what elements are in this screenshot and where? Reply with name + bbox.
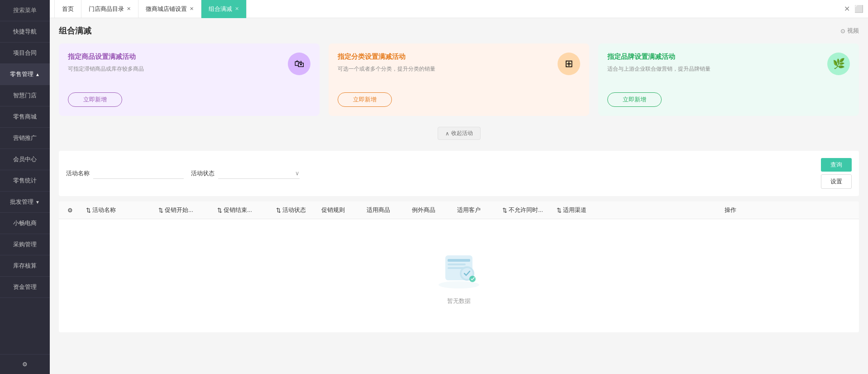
table-header: ⚙ ⇅ 活动名称 ⇅ 促销开始... ⇅ 促销结束... ⇅ 活动状态 [59, 201, 859, 219]
setting-button[interactable]: 设置 [821, 174, 852, 189]
sidebar-item-label: 资金管理 [13, 283, 37, 291]
video-link-label: 视频 [847, 27, 859, 35]
tab-combo-discount-close[interactable]: ✕ [235, 6, 239, 12]
sidebar-item-inventory[interactable]: 库存核算 [0, 255, 50, 277]
th-channel[interactable]: ⇅ 适用渠道 [552, 206, 602, 214]
search-bar: 活动名称 活动状态 ∨ 查询 设置 [59, 151, 859, 196]
sidebar-item-label: 小畅电商 [13, 219, 37, 227]
sidebar-search[interactable]: 搜索菜单 [0, 0, 50, 21]
product-card-icon: 🛍 [288, 53, 310, 75]
tab-store-catalog[interactable]: 门店商品目录 ✕ [81, 0, 138, 18]
product-card-title: 指定商品设置满减活动 [68, 53, 310, 61]
th-customer: 适用客户 [453, 206, 498, 214]
restore-window-icon[interactable]: ⬜ [854, 5, 863, 13]
sidebar-item-retail-mall[interactable]: 零售商城 [0, 106, 50, 128]
th-nodupe[interactable]: ⇅ 不允许同时... [498, 206, 552, 214]
brand-card-desc: 适合与上游企业联合做营销，提升品牌销量 [607, 65, 850, 73]
status-label: 活动状态 [191, 169, 215, 177]
status-search-field: 活动状态 ∨ [191, 168, 300, 179]
gear-icon: ⚙ [22, 361, 28, 368]
th-rule: 促销规则 [317, 206, 362, 214]
product-card-add-button[interactable]: 立即新增 [68, 92, 122, 107]
sidebar-item-label: 零售管理 [10, 70, 33, 78]
name-input[interactable] [93, 168, 184, 179]
brand-card-title: 指定品牌设置满减活动 [607, 53, 850, 61]
sidebar-item-ecommerce[interactable]: 小畅电商 [0, 213, 50, 234]
svg-rect-3 [448, 264, 466, 265]
th-goods: 适用商品 [362, 206, 407, 214]
sort-icon: ⇅ [158, 207, 163, 214]
search-actions: 查询 设置 [821, 158, 852, 189]
main-content: 首页 门店商品目录 ✕ 微商城店铺设置 ✕ 组合满减 ✕ ✕ ⬜ 组合满减 ⊙ … [50, 0, 868, 374]
tab-bar: 首页 门店商品目录 ✕ 微商城店铺设置 ✕ 组合满减 ✕ ✕ ⬜ [50, 0, 868, 18]
sidebar-item-marketing[interactable]: 营销推广 [0, 128, 50, 149]
sidebar-item-label: 零售商城 [13, 113, 37, 121]
category-activity-card: ⊞ 指定分类设置满减活动 可选一个或者多个分类，提升分类的销量 立即新增 [329, 43, 589, 116]
sidebar-item-retail[interactable]: 零售管理 ▲ [0, 64, 50, 85]
tab-store-catalog-close[interactable]: ✕ [127, 6, 131, 12]
leaf-icon: 🌿 [833, 58, 845, 70]
chevron-up-icon: ▲ [35, 72, 40, 77]
sidebar-item-member[interactable]: 会员中心 [0, 149, 50, 170]
page-title: 组合满减 [59, 25, 91, 36]
sidebar-item-label: 库存核算 [13, 262, 37, 270]
svg-point-0 [439, 281, 479, 288]
th-gear[interactable]: ⚙ [59, 207, 81, 214]
sidebar-item-quicknav[interactable]: 快捷导航 [0, 21, 50, 43]
tab-home-label: 首页 [62, 5, 74, 13]
play-circle-icon: ⊙ [840, 28, 845, 34]
tab-combo-discount[interactable]: 组合满减 ✕ [201, 0, 247, 18]
sidebar-item-purchase[interactable]: 采购管理 [0, 234, 50, 255]
tab-combo-discount-label: 组合满减 [209, 5, 232, 13]
tab-home[interactable]: 首页 [54, 0, 81, 18]
sidebar-item-finance[interactable]: 资金管理 [0, 277, 50, 298]
product-card-desc: 可指定滞销商品或库存较多商品 [68, 65, 310, 73]
sidebar-item-wholesale[interactable]: 批发管理 ▼ [0, 192, 50, 213]
chevron-up-icon: ∧ [445, 130, 449, 137]
sidebar-item-label: 会员中心 [13, 155, 37, 163]
sidebar-item-contract[interactable]: 项目合同 [0, 43, 50, 64]
sidebar-item-smart-store[interactable]: 智慧门店 [0, 85, 50, 106]
sidebar-item-label: 项目合同 [13, 49, 37, 57]
th-end[interactable]: ⇅ 促销结束... [213, 206, 272, 214]
sidebar-item-stats[interactable]: 零售统计 [0, 170, 50, 192]
brand-card-icon: 🌿 [827, 53, 850, 75]
category-card-add-button[interactable]: 立即新增 [338, 92, 392, 107]
tab-controls: ✕ ⬜ [844, 5, 863, 13]
th-status[interactable]: ⇅ 活动状态 [272, 206, 317, 214]
svg-rect-2 [448, 259, 470, 262]
sidebar-item-label: 零售统计 [13, 177, 37, 185]
brand-card-add-button[interactable]: 立即新增 [607, 92, 662, 107]
empty-illustration [432, 246, 486, 292]
category-card-title: 指定分类设置满减活动 [338, 53, 580, 61]
th-name[interactable]: ⇅ 活动名称 [81, 206, 154, 214]
category-card-icon: ⊞ [558, 53, 580, 75]
sidebar-item-label: 快捷导航 [13, 28, 37, 36]
settings-button[interactable]: ⚙ [0, 354, 50, 374]
sidebar-item-label: 采购管理 [13, 240, 37, 249]
product-activity-card: 🛍 指定商品设置满减活动 可指定滞销商品或库存较多商品 立即新增 [59, 43, 320, 116]
gear-icon: ⚙ [67, 207, 73, 214]
page-header: 组合满减 ⊙ 视频 [59, 25, 859, 36]
grid-icon: ⊞ [565, 58, 573, 70]
category-card-desc: 可选一个或者多个分类，提升分类的销量 [338, 65, 580, 73]
query-button[interactable]: 查询 [821, 158, 852, 172]
collapse-button[interactable]: ∧ 收起活动 [438, 127, 481, 140]
sort-icon: ⇅ [557, 207, 562, 214]
sidebar-item-label: 批发管理 [10, 198, 33, 206]
tab-wechat-settings-close[interactable]: ✕ [190, 6, 194, 12]
name-label: 活动名称 [66, 169, 90, 177]
tab-wechat-settings[interactable]: 微商城店铺设置 ✕ [138, 0, 201, 18]
chevron-down-icon: ▼ [35, 200, 40, 205]
name-search-field: 活动名称 [66, 168, 184, 179]
sort-icon: ⇅ [217, 207, 222, 214]
video-link[interactable]: ⊙ 视频 [840, 27, 859, 35]
status-select[interactable]: ∨ [218, 168, 300, 179]
tab-wechat-settings-label: 微商城店铺设置 [146, 5, 187, 13]
sidebar: 搜索菜单 快捷导航 项目合同 零售管理 ▲ 智慧门店 零售商城 营销推广 会员中… [0, 0, 50, 374]
tab-store-catalog-label: 门店商品目录 [89, 5, 124, 13]
page-content: 组合满减 ⊙ 视频 🛍 指定商品设置满减活动 可指定滞销商品或库存较多商品 立即… [50, 18, 868, 374]
collapse-label: 收起活动 [451, 129, 473, 137]
th-start[interactable]: ⇅ 促销开始... [154, 206, 213, 214]
close-window-icon[interactable]: ✕ [844, 5, 850, 13]
